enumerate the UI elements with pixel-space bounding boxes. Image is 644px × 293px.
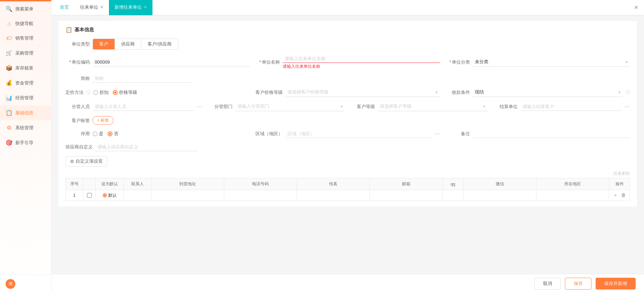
cell-contact[interactable]: [124, 190, 151, 201]
avatar[interactable]: 用: [6, 279, 15, 289]
unit-name-label: *单位名称: [256, 59, 280, 65]
table-header-row: 序号 设为默认 联系人 到货地址 电话号码 传真 邮箱 qq 微信 所在地区 操…: [66, 178, 630, 190]
custom-settings-label: 自定义项设置: [76, 158, 103, 164]
phone-input[interactable]: [226, 193, 294, 198]
default-label: 默认: [108, 193, 117, 198]
customer-level-field: 客户等级 请选择客户等级 ▾: [351, 102, 488, 111]
sidebar-item-inventory[interactable]: 📦 库存核算: [0, 60, 51, 75]
sidebar-item-search[interactable]: 🔍 搜索菜单: [0, 1, 51, 16]
sidebar-item-purchase[interactable]: 🛒 采购管理: [0, 46, 51, 60]
cell-checkbox[interactable]: [83, 190, 96, 201]
manager-input[interactable]: [93, 103, 194, 111]
unit-category-select[interactable]: 未分类 ▾: [473, 57, 630, 67]
sidebar-item-guide[interactable]: 🎯 新手引导: [0, 135, 51, 150]
batch-delete-button[interactable]: 批量删除: [613, 171, 630, 177]
sidebar-label-basic: 基础信息: [15, 110, 33, 116]
save-new-button[interactable]: 保存并新增: [596, 278, 636, 290]
tabbar-close-icon[interactable]: ✕: [631, 3, 641, 12]
sidebar-item-sales[interactable]: 🏷 销售管理: [0, 31, 51, 46]
col-default: 设为默认: [96, 178, 124, 190]
tag-icon: 🏷: [6, 35, 13, 41]
level-radio-circle: [113, 90, 118, 95]
add-tag-button[interactable]: + 标签: [93, 116, 113, 125]
cell-address[interactable]: [151, 190, 224, 201]
col-fax: 传真: [297, 178, 370, 190]
type-btn-supplier[interactable]: 供应商: [115, 39, 141, 49]
department-select[interactable]: 请输入分管部门 ▾: [235, 102, 345, 111]
disabled-radio-yes[interactable]: 是: [93, 131, 103, 137]
pricing-method-label: 定价方法 ⓘ: [65, 89, 91, 96]
settlement-more-icon[interactable]: ···: [625, 104, 630, 110]
fax-input[interactable]: [299, 193, 367, 198]
type-btn-both[interactable]: 客户/供应商: [141, 39, 178, 49]
qq-input[interactable]: [445, 193, 461, 198]
type-btn-customer[interactable]: 客户: [93, 39, 115, 49]
cell-wechat[interactable]: [463, 190, 536, 201]
close-contacts-icon[interactable]: ✕: [100, 5, 103, 9]
row-checkbox[interactable]: [87, 193, 92, 198]
tab-new-contact[interactable]: 新增往来单位 ✕: [109, 0, 152, 15]
sidebar-label-guide: 新手引导: [15, 140, 33, 146]
sidebar-item-quicknav[interactable]: ⌂ 快捷导航: [0, 16, 51, 31]
unit-type-btn-group: 客户 供应商 客户/供应商: [93, 39, 178, 50]
sidebar-label-inventory: 库存核算: [15, 65, 33, 71]
email-input[interactable]: [372, 193, 440, 198]
remark-input[interactable]: [473, 130, 630, 138]
wechat-input[interactable]: [466, 193, 534, 198]
supplier-custom-input[interactable]: [95, 143, 198, 151]
chevron-down-icon: ▾: [626, 59, 628, 65]
unit-info-row: *单位编码 *单位名称 请输入往来单位名称 *单位分类 未分类 ▾: [65, 55, 630, 70]
sidebar-item-basic[interactable]: 📋 基础信息: [0, 105, 51, 120]
unit-name-input[interactable]: [283, 55, 440, 63]
table-row: 1 默认: [66, 190, 630, 201]
address-input[interactable]: [154, 193, 222, 198]
sidebar-item-operations[interactable]: 📊 经营管理: [0, 90, 51, 105]
cell-qq[interactable]: [442, 190, 463, 201]
sidebar-item-finance[interactable]: 💰 资金管理: [0, 75, 51, 90]
close-new-contact-icon[interactable]: ✕: [144, 5, 147, 9]
disabled-radio-no[interactable]: 否: [108, 131, 118, 137]
region-input[interactable]: [285, 130, 432, 138]
department-placeholder: 请输入分管部门: [237, 103, 339, 109]
cell-region[interactable]: [536, 190, 609, 201]
disabled-region-row: 停用 是 否 区域（地区） ···: [65, 130, 630, 138]
save-button[interactable]: 保存: [565, 278, 591, 290]
disabled-radio-group: 是 否: [93, 131, 118, 137]
customer-price-level-placeholder: 请选择客户价格等级: [288, 89, 434, 95]
delete-row-button[interactable]: 🗑: [620, 192, 627, 198]
cell-phone[interactable]: [224, 190, 297, 201]
col-qq: qq: [442, 178, 463, 190]
manager-more-icon[interactable]: ···: [197, 104, 202, 110]
payment-help-icon[interactable]: ⓘ: [626, 89, 630, 96]
col-contact: 联系人: [124, 178, 151, 190]
sidebar-label-search: 搜索菜单: [15, 6, 33, 12]
pricing-help-icon[interactable]: ⓘ: [86, 90, 91, 95]
customer-level-select[interactable]: 请选择客户等级 ▾: [378, 102, 488, 111]
remark-field: 备注: [446, 130, 630, 138]
short-name-input[interactable]: [93, 74, 191, 83]
payment-terms-select[interactable]: 现结 ▾: [473, 88, 623, 97]
cell-fax[interactable]: [297, 190, 370, 201]
custom-settings-row: ⚙ 自定义项设置: [65, 156, 630, 166]
default-radio-circle[interactable]: [103, 193, 107, 197]
cancel-button[interactable]: 取消: [534, 278, 561, 290]
pricing-radio-level[interactable]: 价格等级: [113, 89, 137, 96]
add-row-button[interactable]: ＋: [612, 192, 619, 198]
contact-table: 序号 设为默认 联系人 到货地址 电话号码 传真 邮箱 qq 微信 所在地区 操…: [65, 178, 630, 201]
footer: 取消 保存 保存并新增: [52, 274, 644, 293]
pricing-radio-discount[interactable]: 折扣: [93, 89, 109, 96]
settlement-unit-input[interactable]: [520, 103, 622, 111]
home-icon: ⌂: [6, 21, 13, 27]
customer-price-level-select[interactable]: 请选择客户价格等级 ▾: [285, 88, 440, 97]
tab-contacts[interactable]: 往来单位 ✕: [74, 0, 109, 15]
row-region-input[interactable]: [539, 193, 607, 198]
cell-email[interactable]: [370, 190, 442, 201]
clipboard-icon: 📋: [6, 109, 13, 116]
custom-settings-button[interactable]: ⚙ 自定义项设置: [65, 156, 107, 166]
sidebar-item-system[interactable]: ⚙ 系统管理: [0, 120, 51, 135]
tab-home[interactable]: 首页: [54, 0, 74, 15]
supplier-custom-row: 供应商自定义: [65, 143, 630, 151]
unit-code-input[interactable]: [93, 58, 250, 66]
contact-input[interactable]: [126, 193, 149, 198]
region-more-icon[interactable]: ···: [434, 131, 440, 137]
